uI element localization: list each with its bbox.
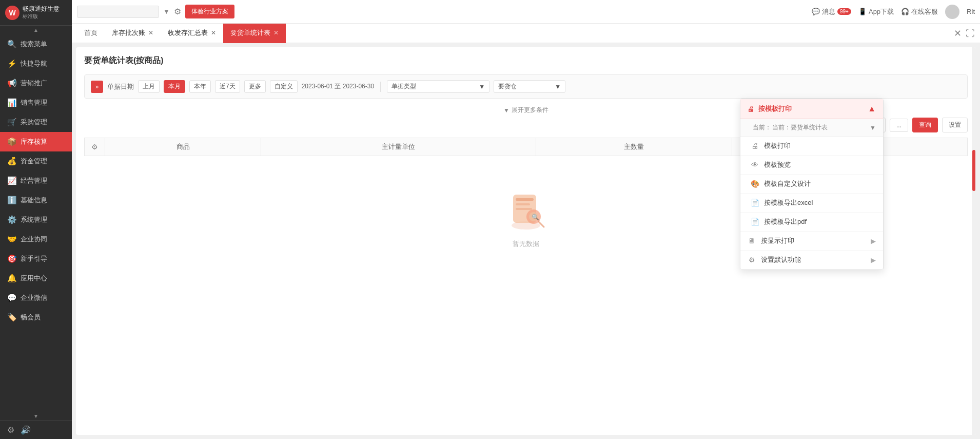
collection-summary-label: 收发存汇总表	[168, 28, 208, 37]
more-button[interactable]: ...	[890, 119, 908, 132]
sidebar-settings-icon[interactable]: ⚙	[7, 425, 14, 435]
app-logo-icon: W	[5, 6, 19, 20]
print-template-design-item[interactable]: 🎨 模板自定义设计	[740, 175, 883, 194]
sidebar-item-label: 新手引导	[21, 254, 47, 263]
svg-rect-2	[516, 198, 534, 201]
sidebar-item-guide[interactable]: 🎯 新手引导	[0, 249, 72, 269]
scrollbar-thumb	[972, 150, 975, 191]
guide-icon: 🎯	[7, 254, 16, 263]
notification-label: 消息	[822, 7, 835, 16]
warehouse-select[interactable]: 要货仓 ▼	[494, 80, 565, 93]
query-button[interactable]: 查询	[912, 118, 938, 132]
sidebar-item-system[interactable]: ⚙️ 系统管理	[0, 210, 72, 230]
print-template-excel-item[interactable]: 📄 按模板导出excel	[740, 194, 883, 213]
tab-collection-summary[interactable]: 收发存汇总表 ✕	[161, 24, 223, 43]
tab-close-batch-accounts[interactable]: ✕	[148, 29, 153, 36]
sidebar-item-apps[interactable]: 🔔 应用中心	[0, 269, 72, 288]
design-icon: 🎨	[751, 180, 759, 188]
main-area: ▼ ⚙ 体验行业方案 💬 消息 99+ 📱 App下载 🎧 在线客服 Rit 首…	[72, 0, 980, 439]
print-dropdown-collapse-icon[interactable]: ▲	[868, 104, 876, 113]
set-default-label: 设置默认功能	[761, 255, 801, 264]
tab-home[interactable]: 首页	[77, 24, 105, 43]
sidebar-item-sales[interactable]: 📊 销售管理	[0, 93, 72, 112]
sidebar-scroll-up[interactable]: ▲	[33, 27, 38, 33]
tab-batch-accounts[interactable]: 库存批次账 ✕	[105, 24, 161, 43]
online-service-label: 在线客服	[911, 7, 938, 16]
settings-button[interactable]: 设置	[942, 118, 968, 132]
collab-icon: 🤝	[7, 235, 16, 244]
sidebar-nav: 🔍 搜索菜单 ⚡ 快捷导航 📢 营销推广 📊 销售管理 🛒 采购管理 📦 库存核…	[0, 34, 72, 412]
settings-label: 设置	[949, 121, 961, 129]
date-more-btn[interactable]: 更多	[244, 80, 266, 93]
filter-expand-button[interactable]: »	[91, 81, 103, 93]
phone-icon: 📱	[858, 8, 867, 15]
current-template-label: 当前：	[753, 123, 771, 132]
table-settings-icon[interactable]: ⚙	[91, 143, 98, 151]
app-download-item[interactable]: 📱 App下载	[858, 7, 894, 16]
notification-item[interactable]: 💬 消息 99+	[812, 7, 851, 16]
date-7days-btn[interactable]: 近7天	[215, 80, 240, 93]
tab-close-collection-summary[interactable]: ✕	[211, 29, 216, 36]
marketing-icon: 📢	[7, 79, 16, 88]
tab-order-stats[interactable]: 要货单统计表 ✕	[223, 24, 286, 43]
print-dropdown-header-label: 按模板打印	[758, 104, 792, 113]
sidebar-item-operation[interactable]: 📈 经营管理	[0, 171, 72, 190]
topbar-chevron-icon[interactable]: ▼	[163, 8, 170, 15]
sidebar-item-label: 采购管理	[21, 118, 47, 127]
sidebar-item-purchase[interactable]: 🛒 采购管理	[0, 112, 72, 132]
tab-maximize-icon[interactable]: ⛶	[966, 29, 975, 38]
sidebar-scroll-down[interactable]: ▼	[33, 413, 38, 419]
date-current-year-btn[interactable]: 本年	[189, 80, 211, 93]
template-excel-label: 按模板导出excel	[764, 198, 813, 207]
date-current-month-btn[interactable]: 本月	[164, 80, 185, 93]
tab-close-all-icon[interactable]: ✕	[954, 29, 962, 38]
display-print-item[interactable]: 🖥 按显示打印 ▶	[740, 232, 883, 251]
topbar-gear-icon[interactable]: ⚙	[174, 7, 181, 16]
tabbar-actions: ✕ ⛶	[954, 29, 975, 38]
sidebar-item-collab[interactable]: 🤝 企业协同	[0, 230, 72, 249]
sidebar-item-quicknav[interactable]: ⚡ 快捷导航	[0, 54, 72, 73]
table-header-settings[interactable]: ⚙	[85, 138, 105, 156]
display-print-label: 按显示打印	[761, 236, 794, 245]
sidebar-item-label: 库存核算	[21, 137, 47, 146]
sidebar-item-basic[interactable]: ℹ️ 基础信息	[0, 190, 72, 210]
sidebar-item-label: 销售管理	[21, 98, 47, 107]
sidebar-logo: W 畅康通好生意 标准版	[0, 0, 72, 26]
set-default-item[interactable]: ⚙ 设置默认功能 ▶	[740, 251, 883, 270]
online-service-item[interactable]: 🎧 在线客服	[901, 7, 938, 16]
svg-text:🔍: 🔍	[532, 213, 539, 221]
template-preview-label: 模板预览	[764, 160, 791, 169]
home-tab-label: 首页	[84, 28, 97, 37]
print-dropdown-current[interactable]: 当前： 当前：要货单统计表 ▼	[740, 119, 883, 137]
sidebar-audio-icon[interactable]: 🔊	[21, 425, 31, 435]
filter-bar: » 单据日期 上月 本月 本年 近7天 更多 自定义 2023-06-01 至 …	[84, 74, 968, 99]
empty-state-label: 暂无数据	[513, 239, 539, 249]
order-type-select[interactable]: 单据类型 ▼	[387, 80, 489, 93]
username-label: Rit	[967, 8, 975, 15]
print-template-preview-item[interactable]: 👁 模板预览	[740, 156, 883, 175]
lightning-icon: ⚡	[7, 59, 16, 68]
trial-button[interactable]: 体验行业方案	[185, 5, 234, 18]
sidebar-item-inventory[interactable]: 📦 库存核算	[0, 132, 72, 151]
sidebar-item-label: 系统管理	[21, 215, 47, 224]
right-scrollbar[interactable]	[972, 47, 976, 435]
print-dropdown-header[interactable]: 🖨 按模板打印 ▲	[740, 99, 883, 119]
batch-accounts-label: 库存批次账	[112, 28, 145, 37]
sidebar-item-member[interactable]: 🏷️ 畅会员	[0, 308, 72, 327]
template-print-label: 模板打印	[764, 141, 791, 150]
print-template-pdf-item[interactable]: 📄 按模板导出pdf	[740, 213, 883, 232]
sidebar-item-wechat[interactable]: 💬 企业微信	[0, 288, 72, 308]
table-header-product: 商品	[105, 138, 261, 156]
sidebar-item-search[interactable]: 🔍 搜索菜单	[0, 34, 72, 54]
topbar-search-input[interactable]	[77, 6, 159, 18]
user-avatar[interactable]	[945, 5, 959, 19]
print-template-print-item[interactable]: 🖨 模板打印	[740, 137, 883, 156]
date-custom-btn[interactable]: 自定义	[270, 80, 298, 93]
sidebar-item-label: 应用中心	[21, 274, 47, 283]
sidebar-item-marketing[interactable]: 📢 营销推广	[0, 73, 72, 93]
date-prev-month-btn[interactable]: 上月	[138, 80, 160, 93]
template-design-label: 模板自定义设计	[764, 179, 811, 188]
sidebar-item-finance[interactable]: 💰 资金管理	[0, 151, 72, 171]
tab-close-order-stats[interactable]: ✕	[273, 29, 279, 36]
set-default-icon: ⚙	[748, 256, 756, 264]
